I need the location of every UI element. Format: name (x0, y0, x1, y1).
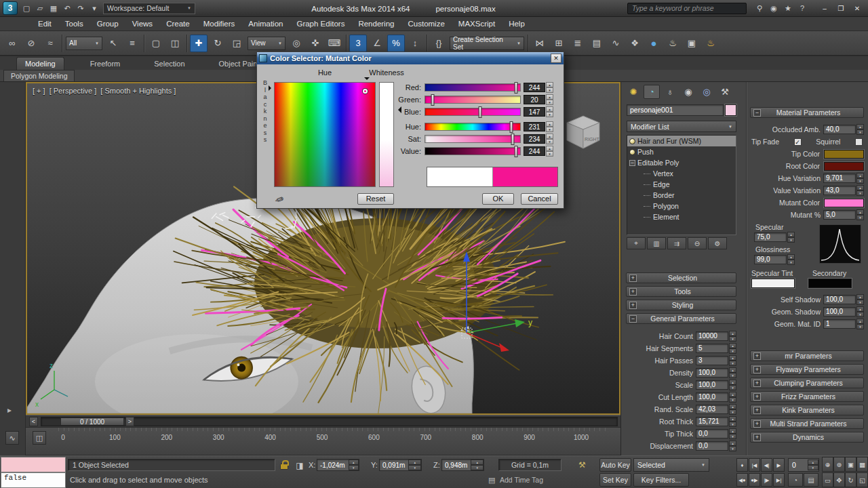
slider-value-field[interactable]: 147 (524, 107, 545, 117)
expand-toggle-icon[interactable]: + (629, 302, 637, 309)
rollout-kink-parameters[interactable]: +Kink Parameters (750, 405, 864, 415)
param-value-field[interactable]: 100,0 (823, 295, 856, 304)
spinner-up-icon[interactable]: ▴ (546, 121, 553, 127)
slider-value-field[interactable]: 244 (524, 83, 545, 92)
param-value-field[interactable]: 100,0 (696, 392, 728, 402)
menu-customize[interactable]: Customize (401, 17, 451, 30)
redo-icon[interactable]: ↷ (75, 2, 87, 14)
spinner[interactable]: ▴▾ (729, 331, 736, 342)
show-end-result-button[interactable]: ▥ (647, 237, 666, 249)
spinner-down-icon[interactable]: ▾ (729, 336, 736, 342)
align-icon[interactable]: ⊞ (550, 35, 568, 52)
spinner-up-icon[interactable]: ▴ (729, 428, 736, 434)
spinner-down-icon[interactable]: ▾ (787, 237, 795, 243)
spinner-down-icon[interactable]: ▾ (787, 260, 795, 265)
z-coordinate-field[interactable]: 0,948m▴▾ (441, 459, 484, 471)
spinner-down-icon[interactable]: ▾ (729, 385, 736, 390)
zoom-region-button[interactable]: ▭ (822, 472, 833, 487)
time-slider-track[interactable]: 0 / 1000 > (41, 417, 618, 426)
spinner-down-icon[interactable]: ▾ (729, 434, 736, 439)
menu-create[interactable]: Create (159, 17, 197, 30)
spinner[interactable]: ▴▾ (729, 380, 736, 390)
spinner-down-icon[interactable]: ▾ (546, 151, 553, 157)
animation-options-button[interactable]: ▤ (804, 473, 818, 487)
slider-track[interactable] (425, 83, 521, 92)
spinner-up-icon[interactable]: ▴ (408, 460, 421, 465)
spinner-down-icon[interactable]: ▾ (729, 348, 736, 354)
zoom-button[interactable]: ⊕ (822, 457, 833, 472)
time-configuration-button[interactable]: ◔ (788, 473, 803, 487)
spinner-up-icon[interactable]: ▴ (856, 209, 864, 215)
render-setup-icon[interactable]: ♨ (664, 35, 682, 52)
param-value-field[interactable]: 5,0 (823, 210, 856, 220)
param-value-field[interactable]: 1 (823, 319, 856, 329)
rollout-frizz-parameters[interactable]: +Frizz Parameters (750, 391, 864, 402)
rectangular-selection-region-icon[interactable]: ▢ (147, 35, 165, 52)
spinner-down-icon[interactable]: ▾ (546, 87, 553, 93)
viewport-menu-pov[interactable]: [ Perspective ] (50, 87, 97, 95)
spinner-down-icon[interactable]: ▾ (729, 422, 736, 427)
spinner-down-icon[interactable]: ▾ (856, 300, 864, 305)
spinner-down-icon[interactable]: ▾ (856, 190, 864, 196)
spinner-up-icon[interactable]: ▴ (856, 185, 864, 190)
spinner[interactable]: ▴▾ (729, 343, 736, 354)
spinner-down-icon[interactable]: ▾ (808, 465, 819, 470)
spinner-down-icon[interactable]: ▾ (856, 324, 864, 329)
stack-item-push[interactable]: Push (627, 146, 736, 157)
spinner-down-icon[interactable]: ▾ (856, 312, 864, 317)
workspace-dropdown[interactable]: Workspace: Default ▼ (103, 3, 195, 14)
object-color-swatch[interactable] (725, 104, 736, 116)
previous-key-button[interactable]: ◀● (736, 473, 748, 487)
communication-center-icon[interactable]: ◉ (768, 2, 780, 14)
expand-toggle-icon[interactable]: + (753, 380, 761, 387)
spinner-down-icon[interactable]: ▾ (729, 397, 736, 403)
stack-item-editable-poly[interactable]: −Editable Poly (627, 157, 736, 168)
spinner[interactable]: ▴▾ (346, 460, 359, 470)
pan-view-button[interactable]: ✥ (833, 472, 845, 487)
spinner-up-icon[interactable]: ▴ (546, 146, 553, 151)
slider-track[interactable] (425, 96, 521, 104)
render-production-icon[interactable]: ♨ (702, 35, 719, 52)
viewport-menu-general[interactable]: [ + ] (33, 87, 45, 95)
expand-toggle-icon[interactable]: + (629, 288, 637, 296)
slider-value-field[interactable]: 244 (524, 146, 545, 156)
track-bar[interactable]: 01002003004005006007008009001000 (26, 428, 620, 455)
ribbon-tab-freeform[interactable]: Freeform (82, 58, 129, 70)
mini-curve-editor-button[interactable]: ∿ (5, 431, 19, 445)
stack-item-vertex[interactable]: Vertex (627, 168, 736, 179)
spinner[interactable]: ▴▾ (856, 306, 864, 317)
spinner-down-icon[interactable]: ▾ (856, 215, 864, 220)
go-to-end-button[interactable]: ▶| (773, 473, 785, 487)
spinner[interactable]: ▴▾ (729, 404, 736, 415)
spinner-up-icon[interactable]: ▴ (546, 82, 553, 87)
spinner-down-icon[interactable]: ▾ (408, 465, 421, 470)
restore-button[interactable]: ❐ (833, 2, 849, 14)
param-value-field[interactable]: 0,0 (696, 441, 728, 451)
slider-handle[interactable] (514, 82, 517, 94)
rollout-general-parameters[interactable]: − General Parameters (626, 313, 736, 324)
slider-value-field[interactable]: 20 (524, 95, 545, 104)
next-frame-button[interactable]: |▶ (761, 473, 772, 487)
auto-key-button[interactable]: Auto Key (599, 458, 631, 472)
cancel-button[interactable]: Cancel (521, 193, 558, 205)
specular-tint-swatch[interactable] (751, 279, 795, 288)
ok-button[interactable]: OK (482, 193, 514, 205)
spinner-up-icon[interactable]: ▴ (546, 106, 553, 112)
configure-modifier-sets-button[interactable]: ⚙ (708, 237, 727, 249)
expand-toggle-icon[interactable]: + (753, 434, 761, 441)
spinner[interactable]: ▴▾ (856, 173, 864, 184)
specular-value-field[interactable]: 75,0 (754, 232, 787, 242)
spinner-down-icon[interactable]: ▾ (856, 178, 864, 184)
spinner-up-icon[interactable]: ▴ (729, 355, 736, 361)
viewport-menu-shading[interactable]: [ Smooth + Highlights ] (100, 87, 176, 95)
create-selection-set-combo[interactable]: Create Selection Set▼ (450, 37, 524, 50)
root-color-swatch[interactable] (824, 162, 864, 171)
open-file-icon[interactable]: ▱ (34, 2, 46, 14)
select-object-icon[interactable]: ↖ (104, 35, 122, 52)
spinner-snap-icon[interactable]: ↕ (406, 35, 424, 52)
slider-handle[interactable] (431, 94, 434, 106)
slider-track[interactable] (425, 108, 521, 116)
orbit-view-button[interactable]: ↻ (845, 472, 856, 487)
ribbon-toggle-icon[interactable]: ▤ (588, 35, 606, 52)
rollout-multi-strand-parameters[interactable]: +Multi Strand Parameters (750, 418, 864, 429)
